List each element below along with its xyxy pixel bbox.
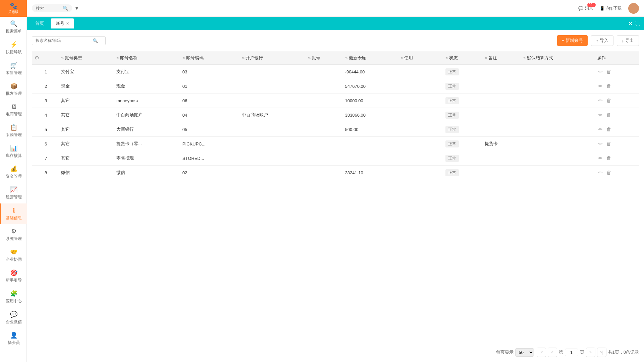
top-header: 🔍 ▾ 💬 消息 99+ 📱 App下载	[27, 0, 644, 17]
tab-close-icon[interactable]: ✕	[66, 21, 69, 26]
row-status: 正常	[443, 65, 482, 79]
row-default-settlement	[521, 137, 594, 151]
delete-button[interactable]: 🗑	[605, 68, 613, 75]
col-name[interactable]: ⇅账号名称	[114, 51, 180, 65]
app-download-button[interactable]: 📱 App下载	[600, 5, 622, 11]
delete-button[interactable]: 🗑	[605, 126, 613, 133]
sidebar-item-enterprise-agreement[interactable]: 🤝 企业协同	[0, 245, 27, 266]
edit-button[interactable]: ✏	[597, 68, 604, 75]
sidebar-item-retail-mgmt[interactable]: 🛒 零售管理	[0, 58, 27, 79]
row-account	[305, 137, 342, 151]
delete-button[interactable]: 🗑	[605, 140, 613, 147]
add-account-button[interactable]: + 新增账号	[557, 35, 588, 46]
settings-gear-icon[interactable]: ⚙	[35, 55, 39, 61]
tab-bar-expand-icon[interactable]: ⛶	[635, 20, 641, 26]
table-row: 1 支付宝 支付宝 03 -90444.00 正常 ✏ 🗑	[32, 65, 639, 79]
row-balance	[342, 137, 398, 151]
delete-button[interactable]: 🗑	[605, 111, 613, 118]
sidebar-item-ecommerce-mgmt[interactable]: 🖥 电商管理	[0, 100, 27, 120]
row-name: 中百商场账户	[114, 108, 180, 122]
col-code[interactable]: ⇅账号编码	[180, 51, 239, 65]
user-avatar[interactable]	[628, 3, 639, 14]
dropdown-icon[interactable]: ▾	[75, 5, 78, 11]
edit-button[interactable]: ✏	[597, 97, 604, 104]
sidebar-item-basic-info[interactable]: ℹ 基础信息	[0, 203, 27, 224]
page-end-label: 页	[580, 349, 584, 355]
edit-button[interactable]: ✏	[597, 169, 604, 176]
row-remark	[482, 151, 521, 166]
first-page-button[interactable]: |<	[537, 348, 546, 357]
row-status: 正常	[443, 166, 482, 180]
edit-button[interactable]: ✏	[597, 111, 604, 119]
col-account[interactable]: ⇅账号	[305, 51, 342, 65]
row-type: 其它	[58, 94, 114, 108]
page-size-selector[interactable]: 每页显示 50 100 200	[496, 348, 534, 357]
sidebar-item-enterprise-wechat[interactable]: 💬 企业微信	[0, 307, 27, 328]
sidebar-item-search-menu[interactable]: 🔍 搜索菜单	[0, 17, 27, 38]
row-usage	[398, 166, 443, 180]
prev-page-button[interactable]: <	[548, 348, 557, 357]
delete-button[interactable]: 🗑	[605, 155, 613, 162]
col-balance[interactable]: ⇅最新余额	[342, 51, 398, 65]
row-no: 8	[42, 166, 58, 180]
search-icon[interactable]: 🔍	[93, 38, 98, 43]
row-action: ✏ 🗑	[594, 79, 639, 94]
top-search-bar[interactable]: 🔍	[32, 4, 72, 12]
sidebar-item-member[interactable]: 👤 畅会员	[0, 328, 27, 349]
sidebar-item-inventory[interactable]: 📊 库存核算	[0, 141, 27, 162]
message-badge: 99+	[587, 3, 596, 7]
row-account	[305, 65, 342, 79]
row-code: 04	[180, 108, 239, 122]
sidebar-item-newbie-guide[interactable]: 🎯 新手引导	[0, 266, 27, 287]
row-default-settlement	[521, 166, 594, 180]
row-balance: 10000.00	[342, 94, 398, 108]
top-search-input[interactable]	[36, 6, 63, 11]
export-button[interactable]: ↓ 导出	[617, 35, 639, 46]
sidebar-item-label: 电商管理	[6, 111, 22, 117]
col-status[interactable]: ⇅状态	[443, 51, 482, 65]
sidebar-item-system-mgmt[interactable]: ⚙ 系统管理	[0, 224, 27, 245]
last-page-button[interactable]: >|	[597, 348, 606, 357]
delete-button[interactable]: 🗑	[605, 97, 613, 104]
tab-home-label: 首页	[35, 20, 44, 26]
delete-button[interactable]: 🗑	[605, 82, 613, 89]
row-bank	[239, 79, 305, 94]
newbie-guide-icon: 🎯	[10, 269, 17, 277]
search-input[interactable]	[36, 38, 93, 43]
col-usage[interactable]: ⇅使用...	[398, 51, 443, 65]
row-usage	[398, 151, 443, 166]
message-button[interactable]: 💬 消息 99+	[578, 5, 593, 11]
col-default-settlement[interactable]: ⇅默认结算方式	[521, 51, 594, 65]
row-settings	[32, 65, 42, 79]
row-remark	[482, 65, 521, 79]
col-bank[interactable]: ⇅开户银行	[239, 51, 305, 65]
search-box[interactable]: 🔍	[32, 36, 106, 45]
edit-button[interactable]: ✏	[597, 140, 604, 147]
next-page-button[interactable]: >	[586, 348, 595, 357]
edit-button[interactable]: ✏	[597, 126, 604, 133]
sidebar-item-wholesale-mgmt[interactable]: 📦 批发管理	[0, 79, 27, 100]
sidebar-item-app-center[interactable]: 🧩 应用中心	[0, 287, 27, 307]
tab-home[interactable]: 首页	[30, 18, 49, 28]
edit-button[interactable]: ✏	[597, 82, 604, 90]
toolbar-right: + 新增账号 ↑ 导入 ↓ 导出	[557, 35, 639, 46]
col-type[interactable]: ⇅账号类型	[58, 51, 114, 65]
system-mgmt-icon: ⚙	[11, 228, 16, 235]
col-remark[interactable]: ⇅备注	[482, 51, 521, 65]
delete-button[interactable]: 🗑	[605, 169, 613, 176]
sidebar-item-operations-mgmt[interactable]: 📈 经营管理	[0, 183, 27, 203]
import-button[interactable]: ↑ 导入	[591, 35, 613, 46]
sidebar-item-purchase-mgmt[interactable]: 📋 采购管理	[0, 120, 27, 141]
sidebar-item-quick-nav[interactable]: ⚡ 快捷导航	[0, 38, 27, 58]
col-action: 操作	[594, 51, 639, 65]
tab-bar-close-icon[interactable]: ✕	[628, 20, 633, 27]
row-status: 正常	[443, 122, 482, 137]
sidebar-item-finance-mgmt[interactable]: 💰 资金管理	[0, 162, 27, 183]
col-settings[interactable]: ⚙	[32, 51, 42, 65]
page-number-input[interactable]	[565, 349, 578, 356]
tab-account[interactable]: 账号 ✕	[51, 18, 74, 28]
edit-button[interactable]: ✏	[597, 155, 604, 162]
row-status: 正常	[443, 151, 482, 166]
page-size-select[interactable]: 50 100 200	[515, 348, 534, 357]
row-usage	[398, 122, 443, 137]
